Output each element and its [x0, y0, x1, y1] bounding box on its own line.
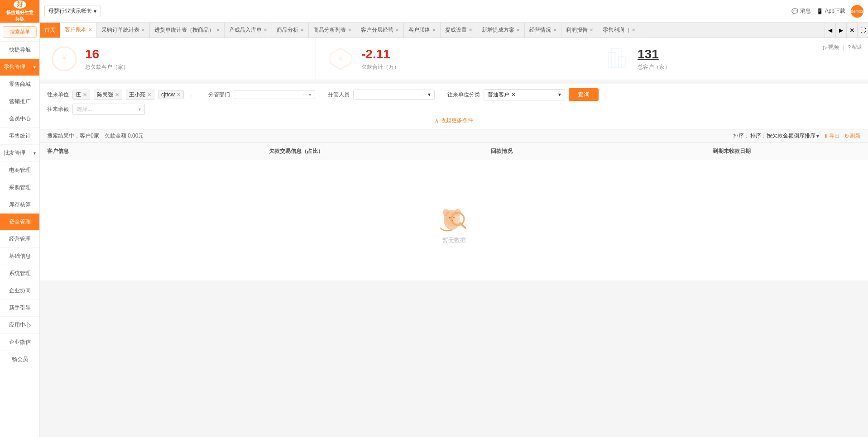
sidebar-item-operations[interactable]: 经营管理: [0, 231, 39, 248]
tab-close-all-button[interactable]: ✕: [846, 23, 857, 38]
person-label: 分管人员: [328, 91, 350, 99]
sidebar-item-apps[interactable]: 应用中心: [0, 317, 39, 334]
sidebar-item-basics[interactable]: 基础信息: [0, 248, 39, 265]
tab-home-label: 首页: [44, 26, 55, 34]
tag-wu-close[interactable]: ✕: [83, 92, 87, 98]
tab-home[interactable]: 首页: [40, 23, 60, 38]
tab-product-analysis-list[interactable]: 商品分析列表 ✕: [309, 23, 356, 38]
store-selector[interactable]: 母婴行业演示帐套 ▾: [44, 5, 101, 17]
unit-class-select[interactable]: 普通客户 ✕ ▾: [484, 89, 565, 100]
video-icon: ▷: [823, 44, 827, 51]
tab-close-icon[interactable]: ✕: [264, 28, 267, 33]
user-avatar[interactable]: demo2: [851, 5, 863, 18]
tab-prev-button[interactable]: ◀: [825, 23, 835, 38]
tab-purchase-order-stats[interactable]: 采购订单统计表 ✕: [97, 23, 150, 38]
tab-customer-ledger[interactable]: 客户账本 ✕: [60, 23, 97, 38]
tab-operations-label: 经营情况: [529, 26, 551, 34]
stat-label-total-customers: 总客户（家）: [638, 63, 670, 71]
sidebar-item-ecommerce[interactable]: 电商管理: [0, 162, 39, 179]
sidebar-item-retail-stats[interactable]: 零售统计: [0, 128, 39, 145]
query-button[interactable]: 查询: [569, 88, 599, 101]
sidebar-item-retail-mgmt[interactable]: 零售管理 ▾: [0, 59, 39, 76]
sidebar-item-weixin[interactable]: 企业微信: [0, 334, 39, 351]
svg-point-10: [449, 217, 451, 218]
unit-class-tag-close[interactable]: ✕: [511, 91, 516, 98]
tab-customer-tier-label: 客户分层经营: [361, 26, 393, 34]
tabbar: 首页 客户账本 ✕ 采购订单统计表 ✕ 进货单统计表（按商品） ✕ 产成品入库单…: [40, 23, 868, 38]
sidebar-item-members[interactable]: 会员中心: [0, 110, 39, 128]
sidebar-item-purchase[interactable]: 采购管理: [0, 179, 39, 196]
svg-rect-5: [612, 48, 622, 67]
tag-cjttcw-close[interactable]: ✕: [177, 92, 181, 98]
tab-product-analysis[interactable]: 商品分析 ✕: [272, 23, 309, 38]
filter-more-button[interactable]: ...: [187, 90, 196, 99]
export-icon: ⬆: [824, 133, 828, 139]
tab-close-icon[interactable]: ✕: [516, 28, 520, 33]
tab-fullscreen-button[interactable]: ⛶: [857, 23, 868, 38]
tab-close-icon[interactable]: ✕: [432, 28, 436, 33]
tag-wang-close[interactable]: ✕: [147, 92, 151, 98]
sidebar-label-wholesale: 批发管理: [4, 149, 25, 157]
svg-point-15: [453, 214, 462, 223]
tab-close-icon[interactable]: ✕: [590, 28, 593, 33]
tab-customer-contact[interactable]: 客户联络 ✕: [404, 23, 441, 38]
message-button[interactable]: 💬 消息: [791, 7, 811, 15]
refresh-button[interactable]: ↻ 刷新: [844, 132, 861, 140]
balance-select[interactable]: 选择... ▾: [72, 104, 145, 115]
sidebar-item-inventory[interactable]: 库存核算: [0, 196, 39, 214]
tab-product-inbound[interactable]: 产成品入库单 ✕: [225, 23, 272, 38]
tab-profit-report[interactable]: 利润报告 ✕: [561, 23, 598, 38]
dept-select[interactable]: ··· ▾: [234, 90, 315, 99]
tab-new-commission-label: 新增提成方案: [482, 26, 514, 34]
sidebar-item-guide[interactable]: 新手引导: [0, 299, 39, 317]
filter-tag-chen: 陈民强 ✕: [94, 90, 122, 100]
tab-close-icon[interactable]: ✕: [469, 28, 472, 33]
sidebar-item-system[interactable]: 系统管理: [0, 265, 39, 282]
sidebar-item-retail-mall[interactable]: 零售商城: [0, 76, 39, 93]
dept-arrow-icon: ▾: [309, 92, 311, 97]
tab-close-icon[interactable]: ✕: [553, 28, 556, 33]
collapse-button[interactable]: ∧ 收起更多条件: [47, 117, 861, 124]
video-link[interactable]: ▷ 视频: [823, 43, 839, 51]
search-menu-button[interactable]: 搜索菜单: [3, 26, 37, 38]
tab-close-icon[interactable]: ✕: [348, 28, 351, 33]
stat-value-customers: 16: [85, 47, 129, 62]
tab-retail-profit[interactable]: 零售利润（ ✕: [598, 23, 640, 38]
filter-row-2: 往来余额 选择... ▾: [47, 104, 861, 115]
person-options-icon: ···: [422, 92, 426, 97]
tab-operations[interactable]: 经营情况 ✕: [525, 23, 561, 38]
tab-customer-tier[interactable]: 客户分层经营 ✕: [356, 23, 404, 38]
tab-purchase-stats-product[interactable]: 进货单统计表（按商品） ✕: [150, 23, 225, 38]
tag-chen-text: 陈民强: [97, 91, 113, 99]
app-download-button[interactable]: 📱 App下载: [816, 7, 845, 15]
export-button[interactable]: ⬆ 导出: [824, 132, 840, 140]
tab-next-button[interactable]: ▶: [835, 23, 846, 38]
tab-close-icon[interactable]: ✕: [395, 28, 399, 33]
help-link[interactable]: ? 帮助: [848, 43, 863, 51]
sidebar-item-marketing[interactable]: 营销推广: [0, 93, 39, 110]
tab-new-commission[interactable]: 新增提成方案 ✕: [477, 23, 525, 38]
filter-tag-wang: 王小亮 ✕: [126, 90, 154, 100]
sidebar-item-finance[interactable]: 资金管理: [0, 214, 39, 231]
table-header: 客户信息 欠款交易信息（占比） 回款情况 到期未收款日期: [40, 143, 868, 160]
sort-button[interactable]: 排序： 排序：按欠款金额倒序排序 ▾: [733, 132, 819, 140]
sidebar-quick-nav[interactable]: 快捷导航: [0, 42, 39, 59]
sidebar-item-changhui[interactable]: 畅会员: [0, 351, 39, 368]
tab-close-icon[interactable]: ✕: [300, 28, 304, 33]
sidebar-item-collab[interactable]: 企业协同: [0, 282, 39, 299]
tab-commission-settings[interactable]: 提成设置 ✕: [441, 23, 477, 38]
sidebar-item-wholesale[interactable]: 批发管理 ▾: [0, 145, 39, 162]
collapse-label: 收起更多条件: [441, 117, 473, 124]
col-arrears-info: 欠款交易信息（占比）: [269, 147, 491, 155]
tab-close-icon[interactable]: ✕: [216, 28, 220, 33]
tab-product-inbound-label: 产成品入库单: [229, 26, 262, 34]
arrears-text: 欠款金额 0.00元: [105, 132, 144, 140]
tab-commission-settings-label: 提成设置: [445, 26, 467, 34]
tab-close-icon[interactable]: ✕: [141, 28, 145, 33]
svg-text:账: 账: [338, 56, 343, 61]
tag-chen-close[interactable]: ✕: [115, 92, 119, 98]
stat-value-total-customers: 131: [638, 47, 670, 62]
person-select[interactable]: ··· ▾: [353, 90, 435, 100]
tab-close-icon[interactable]: ✕: [88, 27, 92, 32]
tab-close-icon[interactable]: ✕: [632, 28, 635, 33]
